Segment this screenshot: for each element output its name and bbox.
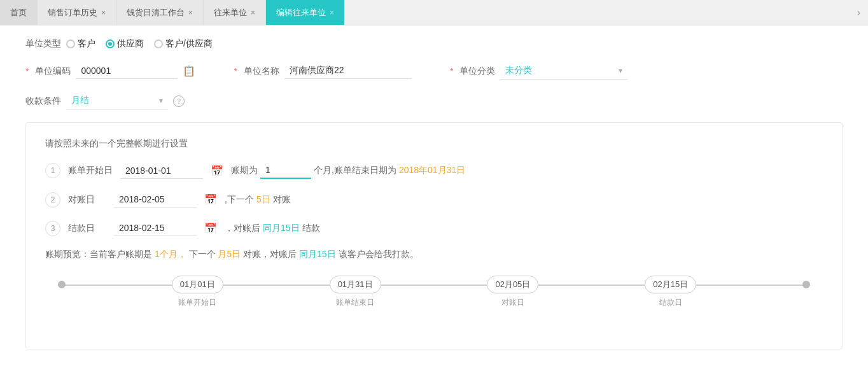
unit-code-icon[interactable]: 📋 [183,65,195,77]
unit-code-star: * [25,66,29,76]
close-tab-cash-workbench[interactable]: × [188,8,193,17]
period-row3-suffix: 结款 [302,223,320,234]
timeline-end-dot [802,281,810,288]
preview-prefix: 账期预览：当前客户账期是 [45,249,152,259]
radio-both[interactable]: 客户/供应商 [154,38,213,50]
payment-terms-row: 收款条件 月结 ▾ ? [25,92,843,109]
unit-code-input[interactable] [76,63,178,79]
preview-mid: 下一个 [189,249,216,259]
payment-terms-arrow: ▾ [159,96,163,105]
radio-customer-circle [66,39,75,48]
period-row-1: 1 账单开始日 📅 账期为 个月,账单结束日期为 2018年01月31日 [45,162,823,179]
period-month-suffix: 个月,账单结束日期为 [314,165,396,176]
timeline-node-4-sub: 结款日 [659,297,682,308]
period-num-1: 1 [45,163,60,178]
unit-category-dropdown[interactable]: 未分类 ▾ [500,62,627,80]
unit-type-group: 单位类型 客户 供应商 客户/供应商 [25,38,213,50]
period-row-3-desc: ，对账后 同月15日 结款 [225,223,320,234]
timeline-node-4: 02月15日 结款日 [645,276,696,308]
timeline-node-1-sub: 账单开始日 [178,297,216,308]
payment-terms-value: 月结 [71,95,155,106]
preview-payment-day: 同月15日 [299,249,336,259]
period-end-date-highlight: 2018年01月31日 [399,165,465,176]
help-icon[interactable]: ? [173,95,185,107]
unit-type-row: 单位类型 客户 供应商 客户/供应商 [25,38,843,50]
unit-name-label: 单位名称 [244,66,279,77]
timeline-start-dot [58,281,66,288]
timeline-node-4-label: 02月15日 [645,276,696,293]
timeline-items: 01月01日 账单开始日 01月31日 账单结束日 02月05日 对账日 02月… [58,276,810,308]
period-label-period: 账期为 [231,165,258,176]
radio-supplier-circle [106,39,115,48]
period-row-2: 2 对账日 📅 ,下一个 5日 对账 [45,192,823,208]
period-payment-date-input[interactable] [114,220,197,236]
unit-code-group: * 单位编码 📋 [25,63,195,79]
radio-customer-label: 客户 [78,38,95,50]
preview-text: 账期预览：当前客户账期是 1个月， 下一个 月5日 对账，对账后 同月15日 该… [45,249,823,260]
timeline-container: 01月01日 账单开始日 01月31日 账单结束日 02月05日 对账日 02月… [45,276,823,334]
timeline-node-2-label: 01月31日 [330,276,381,293]
unit-name-group: * 单位名称 [234,63,411,79]
period-reconcile-calendar-icon[interactable]: 📅 [204,194,217,206]
close-tab-partner-unit[interactable]: × [251,8,255,17]
timeline-node-1-label: 01月01日 [172,276,223,293]
radio-customer[interactable]: 客户 [66,38,95,50]
close-tab-sales-history[interactable]: × [101,8,106,17]
payment-terms-group: 收款条件 月结 ▾ ? [25,92,185,109]
unit-type-label: 单位类型 [25,38,61,50]
radio-both-label: 客户/供应商 [165,38,213,50]
period-start-date-input[interactable] [120,163,203,179]
period-reconcile-date-input[interactable] [114,192,197,208]
tab-partner-unit[interactable]: 往来单位 × [204,0,266,25]
period-row-2-desc: ,下一个 5日 对账 [225,194,291,206]
unit-name-input[interactable] [284,63,412,79]
tab-edit-partner[interactable]: 编辑往来单位 × [266,0,344,25]
unit-category-label: 单位分类 [459,66,495,77]
tab-sales-history[interactable]: 销售订单历史 × [38,0,116,25]
period-row3-highlight: 同月15日 [263,223,300,234]
radio-supplier[interactable]: 供应商 [106,38,144,50]
payment-terms-label: 收款条件 [25,95,61,107]
unit-category-value: 未分类 [505,65,615,76]
period-label-1: 账单开始日 [68,165,113,176]
period-month-input[interactable] [260,162,311,179]
period-num-3: 3 [45,221,60,236]
period-start-calendar-icon[interactable]: 📅 [211,165,223,177]
unit-name-star: * [234,66,237,76]
period-row2-prefix: ,下一个 [225,194,254,206]
timeline-node-3-label: 02月05日 [487,276,538,293]
tab-more-button[interactable]: › [850,7,868,18]
radio-both-circle [154,39,163,48]
timeline-node-2: 01月31日 账单结束日 [330,276,381,308]
preview-mid2: 对账，对账后 [243,249,297,259]
period-row2-highlight: 5日 [256,194,270,206]
period-payment-calendar-icon[interactable]: 📅 [204,222,217,234]
tab-home[interactable]: 首页 [0,0,38,25]
preview-period: 1个月， [155,249,186,259]
period-num-2: 2 [45,192,60,208]
period-label-3: 结款日 [68,223,106,234]
unit-info-row: * 单位编码 📋 * 单位名称 * 单位分类 未分类 ▾ [25,62,843,80]
unit-code-label: 单位编码 [35,66,71,77]
period-title: 请按照未来的一个完整帐期进行设置 [45,138,823,150]
timeline-start [58,276,66,288]
timeline-node-1: 01月01日 账单开始日 [172,276,223,308]
unit-category-star: * [450,66,453,76]
period-label-2: 对账日 [68,194,106,206]
timeline-node-3: 02月05日 对账日 [487,276,538,308]
unit-category-group: * 单位分类 未分类 ▾ [450,62,627,80]
content-area: 单位类型 客户 供应商 客户/供应商 * 单位编码 [0,25,868,387]
unit-type-radio-group: 客户 供应商 客户/供应商 [66,38,213,50]
timeline-node-3-sub: 对账日 [501,297,524,308]
unit-category-arrow: ▾ [619,66,622,75]
timeline-end [802,276,810,288]
radio-supplier-label: 供应商 [117,38,144,50]
period-settings-box: 请按照未来的一个完整帐期进行设置 1 账单开始日 📅 账期为 个月,账单结束日期… [25,122,843,349]
payment-terms-dropdown[interactable]: 月结 ▾ [66,92,168,109]
timeline-node-2-sub: 账单结束日 [336,297,374,308]
period-row-3: 3 结款日 📅 ，对账后 同月15日 结款 [45,220,823,236]
close-tab-edit-partner[interactable]: × [330,8,334,17]
tab-cash-workbench[interactable]: 钱货日清工作台 × [116,0,204,25]
preview-suffix: 该客户会给我打款。 [339,249,419,259]
period-row-1-desc: 账期为 个月,账单结束日期为 2018年01月31日 [231,162,465,179]
